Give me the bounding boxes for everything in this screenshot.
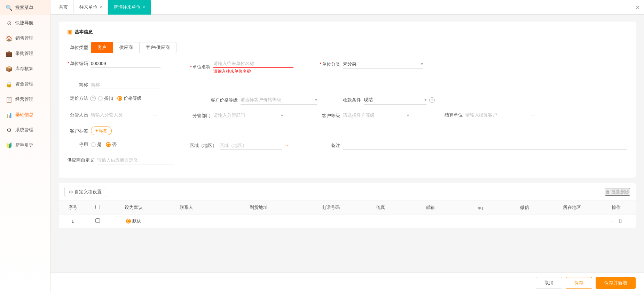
- form-content: ▣ 基本信息 单位类型 客户 供应商 客户/供应商 *单位编码: [50, 15, 644, 272]
- radio-no[interactable]: 否: [106, 141, 117, 148]
- row-checkbox[interactable]: [95, 218, 100, 223]
- cancel-button[interactable]: 取消: [536, 277, 562, 289]
- settlement-unit-input[interactable]: [465, 111, 528, 119]
- field-customer-level: 客户等级 请选择客户等级 ▾: [319, 111, 431, 120]
- pricing-method-help[interactable]: ?: [90, 96, 96, 101]
- delete-icon: 🗑: [605, 189, 610, 195]
- col-header-wx: 微信: [503, 201, 547, 214]
- settlement-unit-more-btn[interactable]: ···: [531, 112, 535, 118]
- department-label: 分管部门: [190, 113, 211, 119]
- region-input[interactable]: [220, 141, 282, 150]
- radio-no-circle: [106, 142, 111, 147]
- search-icon: 🔍: [6, 4, 13, 11]
- unit-type-supplier-btn[interactable]: 供应商: [113, 42, 140, 53]
- tab-counterparts[interactable]: 往来单位 ×: [74, 0, 108, 15]
- tab-home[interactable]: 首页: [53, 0, 74, 15]
- operations-icon: 📋: [6, 96, 13, 103]
- sidebar-item-search[interactable]: 🔍 搜索菜单: [0, 0, 50, 15]
- field-department: 分管部门 请输入分管部门 ▾: [190, 111, 308, 120]
- row-wx-input[interactable]: [505, 219, 544, 224]
- radio-price-level[interactable]: 价格等级: [117, 95, 142, 101]
- sidebar-item-label: 新手引导: [15, 142, 33, 148]
- sidebar-item-basics[interactable]: 📊 基础信息: [0, 107, 50, 122]
- row-area-input[interactable]: [550, 219, 594, 224]
- unit-code-input[interactable]: [91, 59, 160, 68]
- row-fax-input[interactable]: [361, 219, 400, 224]
- unit-name-input[interactable]: [213, 59, 293, 68]
- radio-yes[interactable]: 是: [91, 141, 102, 148]
- pricing-radio-group: 折扣 价格等级: [98, 95, 142, 101]
- customer-price-level-chevron: ▾: [315, 97, 317, 102]
- col-header-fax: 传真: [358, 201, 402, 214]
- payment-terms-select[interactable]: 现结 ▾: [364, 95, 426, 105]
- field-short-name: 简称: [67, 81, 179, 89]
- department-placeholder: 请输入分管部门: [213, 112, 280, 119]
- save-button[interactable]: 保存: [566, 277, 592, 289]
- row-short-name: 简称: [67, 81, 627, 89]
- row-addr-input[interactable]: [217, 219, 300, 224]
- row-phone-input[interactable]: [306, 219, 355, 224]
- radio-discount[interactable]: 折扣: [98, 95, 113, 101]
- row-unit-code-name-category: *单位编码 *单位名称 请输入往来单位名称 *单位分类: [67, 59, 627, 74]
- tab-counterparts-close[interactable]: ×: [100, 5, 102, 10]
- sidebar-item-purchase[interactable]: 💼 采购管理: [0, 46, 50, 61]
- manager-input[interactable]: [91, 111, 150, 119]
- row-op: ＋ 🗑: [597, 214, 636, 228]
- disabled-label: 停用: [67, 141, 88, 148]
- row-qq: [458, 214, 502, 228]
- sidebar-item-guide[interactable]: 🔰 新手引导: [0, 138, 50, 153]
- batch-delete-btn[interactable]: 🗑 批量删除: [605, 188, 630, 196]
- row-delete-btn[interactable]: 🗑: [618, 218, 622, 223]
- sidebar-item-sales[interactable]: 🏠 销售管理: [0, 31, 50, 46]
- window-close-icon[interactable]: ✕: [635, 4, 640, 10]
- unit-type-customer-btn[interactable]: 客户: [91, 42, 113, 53]
- department-select[interactable]: 请输入分管部门 ▾: [213, 111, 283, 120]
- customer-level-select[interactable]: 请选择客户等级 ▾: [343, 111, 409, 120]
- custom-settings-btn[interactable]: ⚙ 自定义项设置: [64, 187, 106, 197]
- supplier-custom-input[interactable]: [97, 156, 174, 164]
- row-area: [547, 214, 597, 228]
- row-email-input[interactable]: [406, 219, 455, 224]
- row-contact-input[interactable]: [162, 219, 211, 224]
- field-pricing-method: 定价方法 ? 折扣 价格等级: [67, 95, 199, 101]
- unit-type-both-btn[interactable]: 客户/供应商: [139, 42, 176, 53]
- required-star3: *: [320, 62, 321, 67]
- tab-new-counterpart[interactable]: 新增往来单位 ×: [108, 0, 151, 15]
- field-manager: 分管人员 ···: [67, 111, 179, 119]
- row-add-btn[interactable]: ＋: [610, 218, 614, 223]
- unit-name-error: 请输入往来单位名称: [213, 68, 308, 74]
- radio-yes-circle: [91, 142, 96, 147]
- region-more-btn[interactable]: ···: [285, 143, 290, 149]
- remark-input[interactable]: [343, 141, 627, 150]
- unit-type-label: 单位类型: [67, 44, 88, 51]
- sidebar-item-label: 系统管理: [15, 127, 33, 133]
- unit-category-select[interactable]: 未分类 ▾: [343, 59, 423, 69]
- row-default-label: 默认: [132, 218, 141, 224]
- save-new-button[interactable]: 保存并新增: [596, 277, 636, 289]
- row-checkbox-cell: [87, 214, 109, 228]
- payment-terms-help[interactable]: ?: [429, 97, 435, 103]
- col-header-qq: qq: [458, 201, 502, 214]
- customer-price-level-select[interactable]: 请选择客户价格等级 ▾: [241, 95, 317, 105]
- select-all-checkbox[interactable]: [95, 205, 100, 209]
- unit-category-label: *单位分类: [319, 61, 340, 67]
- field-disabled: 停用 是 否: [67, 141, 179, 148]
- sidebar-item-operations[interactable]: 📋 经营管理: [0, 92, 50, 107]
- short-name-input[interactable]: [91, 81, 160, 89]
- manager-more-btn[interactable]: ···: [153, 112, 157, 118]
- sidebar-item-system[interactable]: ⚙ 系统管理: [0, 122, 50, 138]
- sidebar-item-inventory[interactable]: 📦 库存核算: [0, 61, 50, 76]
- tab-new-counterpart-close[interactable]: ×: [143, 5, 145, 10]
- row-qq-input[interactable]: [461, 219, 500, 224]
- col-header-checkbox: [87, 201, 109, 214]
- row-default-radio[interactable]: 默认: [111, 218, 156, 224]
- row-pricing: 定价方法 ? 折扣 价格等级 客户价格等级: [67, 95, 627, 105]
- sidebar-item-finance[interactable]: 🔒 资金管理: [0, 76, 50, 92]
- sidebar-item-quick-nav[interactable]: ⊙ 快捷导航: [0, 15, 50, 31]
- customer-price-level-label: 客户价格等级: [211, 97, 238, 103]
- field-settlement-unit: 结算单位 ···: [442, 111, 553, 119]
- customer-level-label: 客户等级: [319, 113, 340, 119]
- table-head: 序号 设为默认 联系人 到货地址 电话号码 传真 邮箱 qq 微信 所在地区: [59, 201, 636, 214]
- field-customer-tag: 客户标签 + 标签: [67, 127, 627, 135]
- add-tag-btn[interactable]: + 标签: [91, 127, 112, 135]
